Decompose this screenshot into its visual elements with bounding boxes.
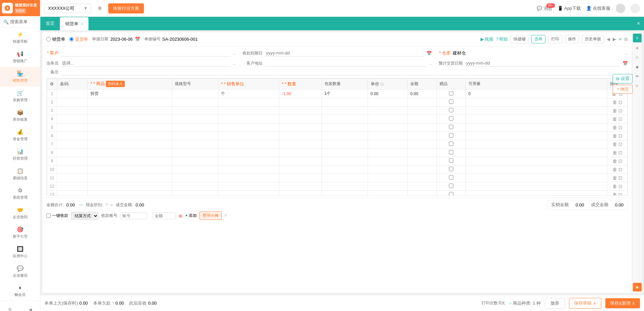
fee-btn[interactable]: 费用分摊: [199, 211, 222, 220]
right-panel-btn-2[interactable]: ≡: [633, 44, 642, 52]
copy-icon-10[interactable]: ⊡: [618, 167, 622, 172]
scan-btn[interactable]: 扫码录入: [106, 81, 125, 87]
customer-input[interactable]: [61, 50, 231, 56]
user-avatar[interactable]: [616, 4, 625, 13]
delete-icon-9[interactable]: 🗑: [612, 158, 617, 164]
discard-button[interactable]: 放弃: [545, 298, 565, 309]
delete-icon-7[interactable]: 🗑: [612, 142, 617, 147]
gift-checkbox-2[interactable]: [449, 100, 453, 104]
fee-help-icon[interactable]: ?: [224, 214, 226, 218]
right-panel-btn-3[interactable]: ☆: [633, 53, 642, 62]
delete-icon-13[interactable]: 🗑: [612, 192, 617, 196]
video-btn[interactable]: ▶ 视频: [481, 36, 493, 42]
delete-icon-4[interactable]: 🗑: [612, 116, 617, 122]
copy-icon-11[interactable]: ⊡: [618, 175, 622, 181]
save-new-button[interactable]: 保存&新增 ∧: [605, 298, 640, 308]
expected-delivery-calendar-icon[interactable]: 📅: [622, 61, 628, 66]
copy-icon-2[interactable]: ⊡: [618, 100, 622, 105]
copy-icon-4[interactable]: ⊡: [618, 116, 622, 122]
sidebar-collapse-btn[interactable]: ◀: [25, 304, 35, 311]
online-service-btn[interactable]: 👤 在线客服: [586, 5, 610, 11]
delete-icon-8[interactable]: 🗑: [612, 150, 617, 155]
sidebar-item-inventory[interactable]: 📦 库存核算: [0, 106, 40, 125]
sidebar-item-collab[interactable]: 🤝 企业协同: [0, 203, 40, 223]
settlement-method-select[interactable]: 结算方式: [71, 212, 99, 220]
copy-icon-7[interactable]: ⊡: [618, 142, 622, 147]
user-avatar-2[interactable]: [631, 4, 640, 13]
sidebar-item-marketing[interactable]: 📢 营销推广: [0, 47, 40, 67]
copy-icon-3[interactable]: ⊡: [618, 108, 622, 113]
delete-icon-6[interactable]: 🗑: [612, 133, 617, 139]
tab-sales-order[interactable]: 销货单 ×: [60, 17, 88, 31]
sidebar-item-wechat[interactable]: 💬 企业微信: [0, 262, 40, 281]
shortcut-btn[interactable]: 快捷键: [510, 35, 529, 43]
sidebar-item-basic-info[interactable]: 📋 基础信息: [0, 164, 40, 184]
copy-icon-9[interactable]: ⊡: [618, 158, 622, 164]
one-click-pay-checkbox[interactable]: 一键收款: [46, 213, 68, 219]
delete-icon-11[interactable]: 🗑: [612, 175, 617, 181]
company-selector[interactable]: XXXXXX公司 ▼: [44, 4, 91, 13]
salesperson-dots-icon[interactable]: ...: [233, 61, 236, 65]
delete-icon-5[interactable]: 🗑: [612, 125, 617, 130]
select-btn[interactable]: 选单: [531, 35, 545, 43]
arrears-help-icon[interactable]: ?: [112, 301, 114, 305]
sidebar-item-guide[interactable]: 🎯 新手引导: [0, 223, 40, 242]
radio-sale[interactable]: 销货单: [46, 36, 65, 42]
gift-checkbox-3[interactable]: [449, 108, 453, 112]
gift-checkbox-10[interactable]: [449, 167, 453, 171]
print-btn[interactable]: 打印: [548, 35, 562, 43]
gift-checkbox-5[interactable]: [449, 125, 453, 129]
gift-checkbox-4[interactable]: [449, 116, 453, 121]
salesperson-input[interactable]: [61, 60, 231, 67]
right-panel-btn-orange[interactable]: ◈: [633, 283, 642, 291]
gift-checkbox-12[interactable]: [449, 184, 453, 188]
logistics-btn[interactable]: + 物流: [613, 85, 633, 94]
price-info-icon[interactable]: ⓘ: [380, 82, 384, 86]
gift-checkbox-7[interactable]: [449, 142, 453, 146]
right-panel-btn-5[interactable]: ✏: [633, 72, 642, 81]
table-settings-icon[interactable]: ⚙: [50, 81, 54, 86]
sidebar-item-appstore[interactable]: 🔲 应用中心: [0, 242, 40, 262]
delete-icon-10[interactable]: 🗑: [612, 167, 617, 172]
tab-close-icon[interactable]: ×: [81, 22, 83, 26]
form-settings-btn[interactable]: ⚙ 设置: [613, 74, 633, 83]
expected-delivery-input[interactable]: [465, 60, 620, 67]
delete-icon-12[interactable]: 🗑: [612, 184, 617, 189]
operations-btn[interactable]: 操作: [565, 35, 579, 43]
tab-home[interactable]: 首页: [40, 17, 60, 30]
radio-return[interactable]: 退货单: [69, 36, 88, 42]
right-panel-btn-1[interactable]: ≡: [633, 34, 642, 42]
right-panel-btn-4[interactable]: ◈: [633, 63, 642, 71]
gift-checkbox-1[interactable]: [449, 91, 453, 95]
search-menu[interactable]: 🔍 搜索菜单: [0, 16, 40, 28]
amount-input[interactable]: [152, 212, 176, 219]
app-download-btn[interactable]: 📱 App下载: [558, 5, 581, 11]
message-btn[interactable]: 💬 消息 99+: [537, 5, 552, 11]
remarks-input[interactable]: [61, 69, 628, 75]
copy-icon-12[interactable]: ⊡: [618, 184, 622, 189]
trial-button[interactable]: 体验行业方案: [108, 3, 144, 13]
sidebar-item-finance[interactable]: 💰 资金管理: [0, 125, 40, 145]
delete-icon-3[interactable]: 🗑: [612, 108, 617, 113]
nav-prev-icon[interactable]: ◀: [607, 37, 610, 42]
copy-icon-8[interactable]: ⊡: [618, 150, 622, 155]
discount-help-icon[interactable]: ?: [106, 203, 108, 207]
gift-checkbox-6[interactable]: [449, 133, 453, 138]
gift-checkbox-9[interactable]: [449, 158, 453, 163]
gift-checkbox-8[interactable]: [449, 150, 453, 154]
collect-date-calendar-icon[interactable]: 📅: [426, 51, 432, 56]
sidebar-item-operations[interactable]: 📊 经营管理: [0, 145, 40, 164]
address-dots-icon[interactable]: ...: [429, 61, 432, 65]
gift-checkbox-11[interactable]: [449, 175, 453, 180]
sidebar-item-purchase[interactable]: 🛒 采购管理: [0, 86, 40, 106]
delete-icon-2[interactable]: 🗑: [612, 100, 617, 105]
layout-icon-2[interactable]: ⊞: [624, 37, 628, 42]
add-payment-icon[interactable]: ⊕: [179, 213, 183, 219]
customer-dots-icon[interactable]: ...: [233, 51, 236, 55]
account-input[interactable]: [120, 212, 147, 219]
gift-checkbox-13[interactable]: [449, 192, 453, 196]
help-btn[interactable]: ? 帮助: [496, 36, 508, 42]
calendar-icon[interactable]: 📅: [135, 37, 140, 42]
sidebar-settings-btn[interactable]: ⚙: [5, 304, 15, 311]
sidebar-item-member[interactable]: ♦ 畅会员: [0, 281, 40, 301]
